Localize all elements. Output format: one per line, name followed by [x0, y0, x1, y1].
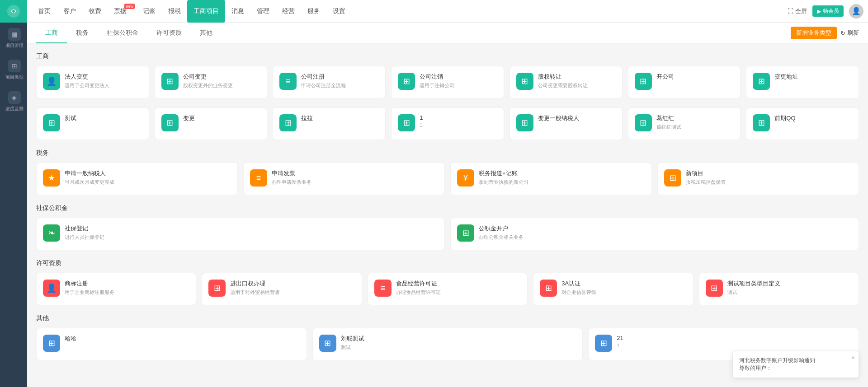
list-item[interactable]: ⊞ 变更地址 — [746, 66, 859, 98]
card-name: 食品经营许可证 — [396, 280, 521, 288]
list-item[interactable]: ❧ 社保登记 进行人员社保登记 — [36, 218, 445, 250]
nav-settings[interactable]: 设置 — [326, 0, 352, 23]
tab-shuiwu[interactable]: 税务 — [67, 23, 98, 43]
nav-manage[interactable]: 管理 — [250, 0, 276, 23]
card-name: 刘聪测试 — [341, 335, 576, 343]
card-desc: 葛红红测试 — [656, 124, 734, 131]
tab-qita[interactable]: 其他 — [191, 23, 222, 43]
card-name: 公司注销 — [420, 73, 497, 81]
section-title-shuiwu: 税务 — [36, 149, 859, 157]
project-type-icon: ⊞ — [8, 60, 21, 72]
list-item[interactable]: ⊞ 拉拉 — [273, 107, 386, 140]
card-desc: 申请公司注册全流程 — [301, 82, 379, 89]
sidebar-item-progress-monitor[interactable]: ◈ 进度监测 — [0, 86, 27, 117]
nav-service[interactable]: 服务 — [301, 0, 326, 23]
list-item[interactable]: ⊞ 测试 — [36, 107, 149, 140]
list-item[interactable]: ★ 申请一般纳税人 当月或次月成变更完成 — [36, 163, 238, 195]
progress-monitor-icon: ◈ — [8, 91, 21, 104]
card-name: 公司变更 — [183, 73, 261, 81]
sidebar: ▦ 项目管理 ⊞ 项目类型 ◈ 进度监测 — [0, 0, 27, 387]
list-item[interactable]: ⊞ 前期QQ — [746, 107, 859, 140]
gongshang-card-grid-2: ⊞ 测试 ⊞ 变更 ⊞ 拉拉 — [36, 107, 859, 140]
card-icon: ⊞ — [753, 114, 770, 131]
card-name: 公积金开户 — [479, 224, 852, 233]
list-item[interactable]: ⊞ 变更 — [155, 107, 268, 140]
card-name: 法人变更 — [65, 73, 142, 81]
list-item[interactable]: 👤 法人变更 适用于公司变更法人 — [36, 66, 149, 98]
list-item[interactable]: ≡ 公司注册 申请公司注册全流程 — [273, 66, 386, 98]
card-icon: ⊞ — [43, 114, 60, 131]
list-item[interactable]: ⊞ 公积金开户 办理公积金相关业务 — [450, 218, 859, 250]
list-item[interactable]: ⊞ 公司注销 适用于注销公司 — [391, 66, 504, 98]
vip-button[interactable]: ▶ 畅会员 — [812, 5, 844, 17]
nav-customer[interactable]: 客户 — [57, 0, 82, 23]
card-icon: ⊞ — [664, 169, 681, 187]
card-desc: 办理食品经营许可证 — [396, 289, 521, 296]
card-desc: 适用于对外贸易经营者 — [230, 289, 355, 296]
tab-xuke[interactable]: 许可资质 — [147, 23, 191, 43]
list-item[interactable]: ⊞ 葛红红 葛红红测试 — [628, 107, 741, 140]
add-type-button[interactable]: 新增业务类型 — [791, 27, 837, 39]
card-desc: 办理申请发票业务 — [272, 179, 438, 186]
card-icon: ⊞ — [398, 73, 415, 90]
card-icon: ¥ — [457, 169, 474, 187]
nav-tax[interactable]: 报税 — [162, 0, 187, 23]
nav-gongshang[interactable]: 工商项目 — [187, 0, 225, 23]
sidebar-item-project-manage[interactable]: ▦ 项目管理 — [0, 23, 27, 54]
list-item[interactable]: 👤 商标注册 用于企业商标注册服务 — [36, 273, 196, 305]
card-icon: ⊞ — [540, 280, 557, 297]
avatar[interactable]: 👤 — [849, 4, 863, 19]
card-icon: ❧ — [43, 224, 60, 242]
card-icon: ⊞ — [279, 114, 297, 131]
notification-popup: × 河北税务数字账户升级影响通知 尊敬的用户： — [732, 351, 859, 378]
list-item[interactable]: ⊞ 变更一般纳税人 — [509, 107, 623, 140]
refresh-icon: ↻ — [840, 30, 845, 37]
list-item[interactable]: ⊞ 新项目 报税加税控盘保管 — [657, 163, 859, 195]
tab-shebao[interactable]: 社保公积金 — [98, 23, 147, 43]
list-item[interactable]: ⊞ 3A认证 对企业信誉评级 — [533, 273, 693, 305]
card-desc: 拿到营业执照的新公司 — [479, 179, 645, 186]
list-item[interactable]: ⊞ 股权转让 公司变更需要股权转让 — [509, 66, 623, 98]
card-desc: 股权变更外的业务变更 — [183, 82, 261, 89]
list-item[interactable]: ≡ 食品经营许可证 办理食品经营许可证 — [368, 273, 528, 305]
vip-icon: ▶ — [817, 8, 821, 14]
list-item[interactable]: ⊞ 刘聪测试 测试 — [312, 328, 583, 360]
card-icon: ⊞ — [161, 73, 179, 90]
sidebar-item-project-type[interactable]: ⊞ 项目类型 — [0, 54, 27, 86]
card-icon: ⊞ — [635, 114, 652, 131]
nav-home[interactable]: 首页 — [32, 0, 57, 23]
card-desc: 1 — [420, 122, 497, 128]
avatar-icon: 👤 — [852, 7, 861, 15]
card-name: 税务报道+记账 — [479, 169, 645, 177]
xuke-card-grid: 👤 商标注册 用于企业商标注册服务 ⊞ 进出口权办理 适用于对外贸易经营者 ≡ — [36, 273, 859, 305]
list-item[interactable]: ⊞ 测试项目类型目定义 测试 — [699, 273, 859, 305]
nav-message[interactable]: 消息 — [225, 0, 250, 23]
nav-ticket[interactable]: 票据 new — [108, 0, 137, 23]
tab-gongshang[interactable]: 工商 — [36, 23, 67, 43]
list-item[interactable]: ¥ 税务报道+记账 拿到营业执照的新公司 — [450, 163, 652, 195]
card-name: 公司注册 — [301, 73, 379, 81]
list-item[interactable]: ⊞ 开公司 — [628, 66, 741, 98]
nav-bookkeeping[interactable]: 记账 — [137, 0, 162, 23]
fullscreen-btn[interactable]: ⛶ 全屏 — [788, 7, 807, 15]
card-icon: ★ — [43, 169, 60, 187]
refresh-button[interactable]: ↻ 刷新 — [840, 29, 859, 37]
fullscreen-icon: ⛶ — [788, 8, 793, 14]
notification-close-button[interactable]: × — [851, 354, 855, 361]
card-icon: 👤 — [43, 73, 60, 90]
nav-operation[interactable]: 经营 — [276, 0, 301, 23]
sidebar-logo[interactable] — [0, 0, 27, 23]
card-icon: ≡ — [250, 169, 267, 187]
list-item[interactable]: ≡ 申请发票 办理申请发票业务 — [243, 163, 445, 195]
gongshang-card-grid-1: 👤 法人变更 适用于公司变更法人 ⊞ 公司变更 股权变更外的业务变更 ≡ — [36, 66, 859, 98]
list-item[interactable]: ⊞ 公司变更 股权变更外的业务变更 — [155, 66, 268, 98]
nav-fee[interactable]: 收费 — [82, 0, 108, 23]
card-desc: 适用于注销公司 — [420, 82, 497, 89]
card-desc: 报税加税控盘保管 — [686, 179, 852, 186]
card-icon: ≡ — [279, 73, 297, 90]
list-item[interactable]: ⊞ 进出口权办理 适用于对外贸易经营者 — [202, 273, 362, 305]
card-icon: ⊞ — [595, 335, 612, 352]
card-icon: ⊞ — [208, 280, 226, 297]
list-item[interactable]: ⊞ 哈哈 — [36, 328, 307, 360]
list-item[interactable]: ⊞ 1 1 — [391, 107, 504, 140]
